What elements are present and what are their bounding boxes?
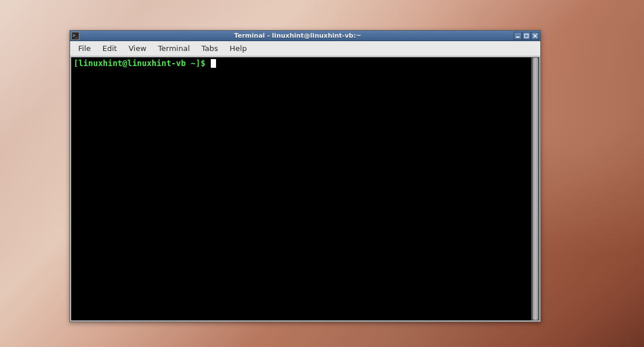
terminal-body[interactable]: [linuxhint@linuxhint-vb ~]$ (71, 57, 531, 320)
menu-edit[interactable]: Edit (97, 42, 123, 54)
shell-prompt: [linuxhint@linuxhint-vb ~]$ (74, 59, 210, 68)
terminal-icon-glyph: >_ (72, 33, 78, 38)
menubar: File Edit View Terminal Tabs Help (70, 41, 540, 56)
prompt-line: [linuxhint@linuxhint-vb ~]$ (74, 59, 529, 68)
window-controls (514, 32, 539, 40)
window-title: Terminal - linuxhint@linuxhint-vb:~ (82, 32, 514, 39)
titlebar[interactable]: >_ Terminal - linuxhint@linuxhint-vb:~ (70, 31, 540, 41)
cursor-block-icon (211, 59, 216, 68)
terminal-app-icon: >_ (71, 32, 79, 40)
terminal-window: >_ Terminal - linuxhint@linuxhint-vb:~ (69, 30, 541, 322)
close-button[interactable] (531, 32, 539, 40)
svg-rect-1 (525, 34, 528, 38)
menu-file[interactable]: File (72, 42, 97, 54)
minimize-icon (515, 34, 520, 38)
menu-help[interactable]: Help (224, 42, 253, 54)
vertical-scrollbar[interactable] (531, 57, 539, 320)
menu-tabs[interactable]: Tabs (196, 42, 224, 54)
scrollbar-thumb[interactable] (532, 57, 539, 320)
menu-terminal[interactable]: Terminal (152, 42, 196, 54)
svg-rect-0 (516, 36, 519, 38)
maximize-button[interactable] (522, 32, 530, 40)
maximize-icon (524, 34, 529, 38)
menu-view[interactable]: View (123, 42, 152, 54)
close-icon (533, 34, 537, 38)
minimize-button[interactable] (514, 32, 522, 40)
terminal-content-wrap: [linuxhint@linuxhint-vb ~]$ (71, 57, 540, 321)
